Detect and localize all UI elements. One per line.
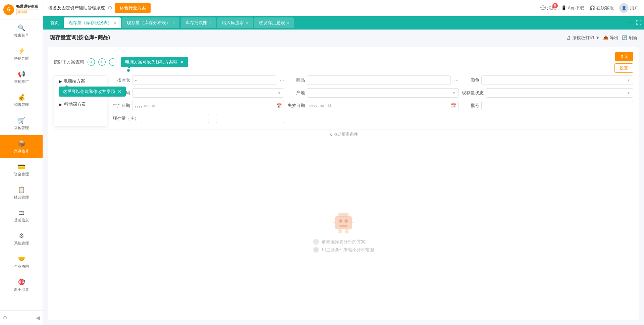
tab-home[interactable]: 首页 xyxy=(46,17,64,28)
tab-inventory-status[interactable]: 现存量（库存状况表） × xyxy=(64,17,121,28)
batch-label: 批号 xyxy=(462,103,479,109)
scheme-mobile-item[interactable]: ▶ 移动端方案 xyxy=(54,99,107,110)
sidebar-item-corp[interactable]: 🤝 企业协同 xyxy=(0,251,43,274)
origin-label: 产地 xyxy=(287,90,305,96)
arrow-scheme-button[interactable]: ← xyxy=(109,58,116,66)
sidebar-item-purchase[interactable]: 🛒 采购管理 xyxy=(0,112,43,135)
sidebar-item-sales[interactable]: 💰 销售管理 xyxy=(0,89,43,112)
sidebar-item-search[interactable]: 🔍 搜索菜单 xyxy=(0,19,43,43)
tab-close-icon[interactable]: × xyxy=(114,21,116,25)
stock-min-input[interactable] xyxy=(141,114,209,123)
tab-inventory-dist[interactable]: 现存量（库存分布表） × xyxy=(122,17,179,28)
message-badge: 6 xyxy=(552,3,558,8)
color-select[interactable]: ▼ xyxy=(481,75,633,85)
tab-home-label: 首页 xyxy=(50,20,59,26)
add-scheme-button[interactable]: + xyxy=(88,58,95,66)
tab-close-icon[interactable]: × xyxy=(172,21,174,25)
stock-status-select[interactable]: ▼ xyxy=(486,88,633,98)
minimize-icon[interactable]: — xyxy=(628,20,633,26)
reset-button[interactable]: 设置 xyxy=(614,63,633,73)
tooltip-pc-scheme: 电脑方案可设为移动方案哦 ✕ xyxy=(121,57,188,67)
sidebar-item-guide[interactable]: 🎯 新手引导 xyxy=(0,274,43,297)
stock-status-label: 现存量状态 xyxy=(462,90,484,96)
sidebar-item-label: 企业协同 xyxy=(14,264,29,269)
tooltip-close-button[interactable]: ✕ xyxy=(180,59,184,65)
purchase-icon: 🛒 xyxy=(18,117,25,124)
svg-rect-5 xyxy=(333,222,336,223)
sidebar-item-label: 营销推广 xyxy=(14,79,29,84)
expire-date-placeholder: yyyy-mm-dd xyxy=(309,103,331,108)
settings-icon[interactable]: ⚙ xyxy=(108,5,112,11)
tooltip2-close-button[interactable]: ✕ xyxy=(118,89,122,94)
sidebar-item-basic[interactable]: 🗃 基础信息 xyxy=(0,205,43,227)
tabs-bar: 首页 现存量（库存状况表） × 现存量（库存分布表） × 库存批次账 × 出入库… xyxy=(43,16,644,30)
online-service-button[interactable]: 🎧 在线客服 xyxy=(590,5,614,11)
sidebar-item-label: 快捷导航 xyxy=(14,56,29,61)
sidebar-item-finance[interactable]: 💳 资金管理 xyxy=(0,158,43,181)
search-buttons: 查询 设置 xyxy=(614,51,633,73)
scheme-pc-item[interactable]: ▶ 电脑端方案 xyxy=(54,76,107,87)
refresh-button[interactable]: 🔄 刷新 xyxy=(622,35,637,41)
chevron-down-icon: ▼ xyxy=(595,35,600,40)
basic-icon: 🗃 xyxy=(18,209,24,216)
tab-close-icon[interactable]: × xyxy=(209,21,211,25)
sidebar-item-label: 新手引导 xyxy=(14,287,29,292)
scheme-mobile-label: 移动端方案 xyxy=(64,101,86,107)
goods-select[interactable] xyxy=(307,75,451,85)
produce-date-field: 生产日期 yyyy-mm-dd 📅 xyxy=(113,101,284,110)
svg-rect-1 xyxy=(338,213,348,217)
sidebar-item-system[interactable]: ⚙ 系统管理 xyxy=(0,227,43,251)
sidebar-item-label: 经营管理 xyxy=(14,195,29,200)
sidebar-item-label: 搜索菜单 xyxy=(14,33,29,38)
logo-icon: 6 xyxy=(3,4,14,15)
hint-text-2: 用过滤条件来缩小分析范围 xyxy=(322,247,374,253)
sidebar-item-inventory[interactable]: 📦 库存核算 xyxy=(0,135,43,158)
expire-date-start[interactable]: yyyy-mm-dd 📅 xyxy=(307,101,459,110)
tab-batch[interactable]: 库存批次账 × xyxy=(181,17,216,28)
user-button[interactable]: 👤 用户 xyxy=(619,3,639,13)
refresh-icon: 🔄 xyxy=(622,35,627,40)
maximize-icon[interactable]: ⛶ xyxy=(636,20,641,26)
tabs-actions: — ⛶ xyxy=(628,20,641,26)
finance-icon: 💳 xyxy=(18,163,25,170)
origin-select[interactable]: ▼ xyxy=(307,88,459,98)
sidebar-item-marketing[interactable]: 📢 营销推广 xyxy=(0,66,43,89)
hint-row-2: 2 用过滤条件来缩小分析范围 xyxy=(313,247,374,253)
phone-icon: 📱 xyxy=(561,5,567,10)
operation-icon: 📋 xyxy=(18,186,25,194)
sidebar-logo: 6 畅通通好生意 标准版 xyxy=(0,0,43,19)
export-button[interactable]: 📤 导出 xyxy=(603,35,619,41)
sidebar-item-quick[interactable]: ⚡ 快捷导航 xyxy=(0,43,43,66)
warehouse-select[interactable]: ··· xyxy=(132,75,276,85)
warehouse-dots: ··· xyxy=(135,78,139,83)
message-button[interactable]: 💬 消息 6 xyxy=(540,5,556,11)
tab-label: 收发存汇总表 xyxy=(259,20,285,26)
avatar: 👤 xyxy=(619,3,629,13)
settings-icon[interactable]: ⚙ xyxy=(3,315,7,321)
batch-input[interactable] xyxy=(481,101,633,110)
search-button[interactable]: 查询 xyxy=(615,52,633,61)
sidebar-item-operation[interactable]: 📋 经营管理 xyxy=(0,181,43,205)
size-select[interactable]: ▼ xyxy=(132,88,284,98)
produce-date-start[interactable]: yyyy-mm-dd 📅 xyxy=(132,101,284,110)
tab-label: 库存批次账 xyxy=(185,20,207,26)
main-area: 装备及固定资产辅助管理系统 ⚙ 体验行业方案 💬 消息 6 📱 App下载 🎧 … xyxy=(43,0,644,325)
tab-close-icon[interactable]: × xyxy=(287,21,289,25)
stock-main-label: 现存量（主） xyxy=(113,115,139,121)
page-actions: 🖨 按模板打印 ▼ 📤 导出 🔄 刷新 xyxy=(567,35,637,41)
chevron-down-icon: ▼ xyxy=(627,78,630,82)
app-download-button[interactable]: 📱 App下载 xyxy=(561,5,584,11)
produce-date-wrap: yyyy-mm-dd 📅 xyxy=(132,101,284,110)
sync-scheme-button[interactable]: ↻ xyxy=(98,58,106,66)
scheme-pc-label: 电脑端方案 xyxy=(63,78,85,84)
collapse-icon[interactable]: ◀ xyxy=(36,315,40,321)
search-icon: 🔍 xyxy=(18,24,25,32)
tab-inout-flow[interactable]: 出入库流水 × xyxy=(217,17,253,28)
calendar-icon2: 📅 xyxy=(451,103,456,108)
tab-summary[interactable]: 收发存汇总表 × xyxy=(254,17,294,28)
stock-max-input[interactable] xyxy=(216,114,284,123)
solution-button[interactable]: 体验行业方案 xyxy=(115,3,151,13)
template-print-button[interactable]: 🖨 按模板打印 ▼ xyxy=(567,35,600,41)
tab-close-icon[interactable]: × xyxy=(246,21,248,25)
collapse-bar[interactable]: ∧ 收起更多条件 xyxy=(54,129,633,139)
